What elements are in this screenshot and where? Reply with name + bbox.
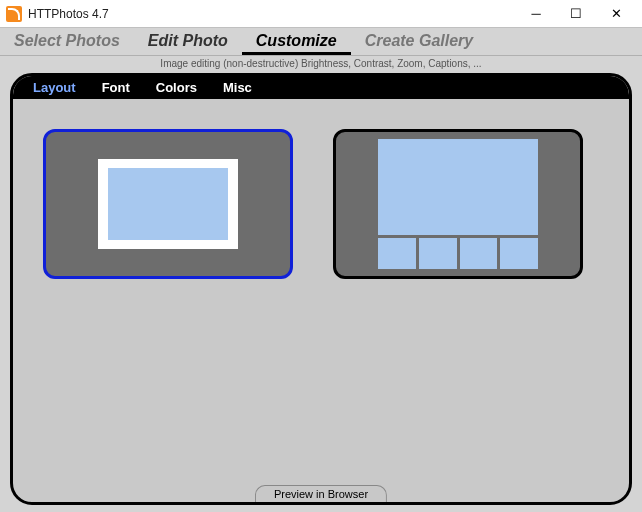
layout-preview-thumb [419,238,457,269]
tab-create-gallery[interactable]: Create Gallery [351,28,488,55]
subtab-misc[interactable]: Misc [223,80,252,95]
close-button[interactable]: ✕ [596,1,636,27]
tab-customize[interactable]: Customize [242,28,351,55]
layout-preview-thumb [460,238,498,269]
layout-preview-thumb [378,238,416,269]
layout-preview-main [378,139,538,235]
subtitle-text: Image editing (non-destructive) Brightne… [0,56,642,73]
app-icon [6,6,22,22]
main-tab-bar: Select Photos Edit Photo Customize Creat… [0,28,642,56]
subtab-layout[interactable]: Layout [33,80,76,95]
tab-edit-photo[interactable]: Edit Photo [134,28,242,55]
subtab-font[interactable]: Font [102,80,130,95]
layout-preview-thumbs [378,235,538,269]
window-title: HTTPhotos 4.7 [28,7,109,21]
title-bar: HTTPhotos 4.7 ─ ☐ ✕ [0,0,642,28]
layout-preview-frame [98,159,238,249]
subtab-colors[interactable]: Colors [156,80,197,95]
maximize-button[interactable]: ☐ [556,1,596,27]
sub-tab-bar: Layout Font Colors Misc [13,76,629,99]
work-area: Layout Font Colors Misc Preview in Brows… [10,73,632,505]
minimize-button[interactable]: ─ [516,1,556,27]
tab-select-photos[interactable]: Select Photos [0,28,134,55]
preview-in-browser-button[interactable]: Preview in Browser [255,485,387,502]
layout-option-single[interactable] [43,129,293,279]
layout-options-row [13,99,629,309]
layout-preview-stack [378,139,538,269]
layout-preview-image [108,168,228,240]
layout-preview-thumb [500,238,538,269]
layout-option-thumbnails[interactable] [333,129,583,279]
